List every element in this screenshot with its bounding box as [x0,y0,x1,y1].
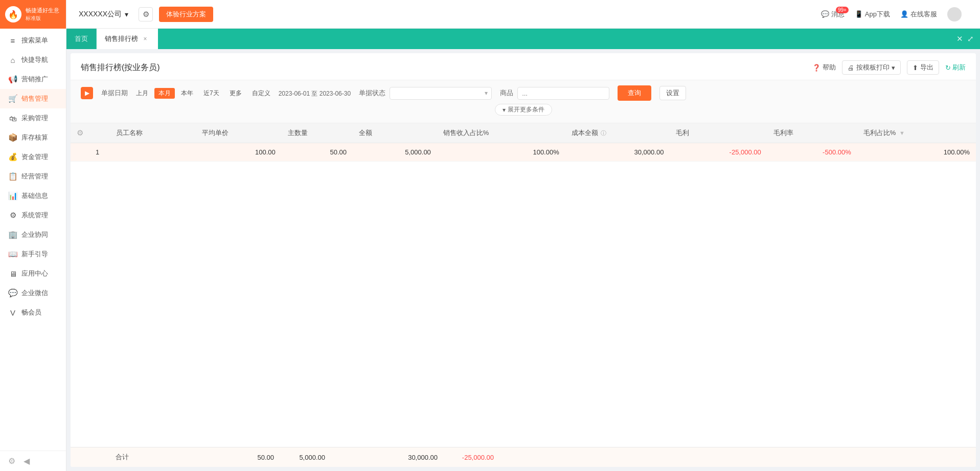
sidebar-item-shortcut[interactable]: ⌂ 快捷导航 [0,50,66,70]
sidebar-item-marketing[interactable]: 📢 营销推广 [0,70,66,89]
tab-sales-rank[interactable]: 销售排行榜 × [97,29,158,49]
help-button[interactable]: ❓ 帮助 [812,63,836,72]
tabbar-actions: ✕ ⤢ [950,29,980,49]
sidebar-item-label: 系统管理 [21,211,48,220]
date-tab-current-month[interactable]: 本月 [154,88,175,99]
sidebar-item-label: 企业微信 [21,288,48,298]
refresh-button[interactable]: ↻ 刷新 [945,63,966,72]
date-tab-current-year[interactable]: 本年 [177,88,197,99]
sidebar-item-operation[interactable]: 📋 经营管理 [0,167,66,186]
settings-button[interactable]: 设置 [659,86,686,100]
sidebar-item-enterprise[interactable]: 🏢 企业协同 [0,225,66,244]
sidebar-item-label: 经营管理 [21,172,48,181]
tab-sales-rank-label: 销售排行榜 [105,34,138,43]
online-service-label: 在线客服 [910,10,937,19]
try-solution-button[interactable]: 体验行业方案 [159,7,213,22]
chevron-down-icon: ▾ [125,10,128,18]
sidebar: 🔥 畅捷通好生意 标准版 ≡ 搜索菜单 ⌂ 快捷导航 📢 营销推广 🛒 销售管理… [0,0,66,471]
user-avatar[interactable] [947,7,962,21]
online-service-action[interactable]: 👤 在线客服 [900,10,937,19]
tab-home[interactable]: 首页 [66,29,97,49]
table-header-row: ⚙ 员工名称 平均单价 主数量 [71,123,976,143]
sidebar-item-finance[interactable]: 💰 资金管理 [0,147,66,167]
sidebar-item-search[interactable]: ≡ 搜索菜单 [0,31,66,50]
status-filter: 单据状态 [359,87,492,100]
col-amount: 全额 [353,123,437,143]
tabbar: 首页 销售排行榜 × ✕ ⤢ [66,29,980,49]
date-filter: 单据日期 上月 本月 本年 近7天 更多 自定义 2023-06-01 至 20… [101,88,351,99]
company-selector[interactable]: XXXXXX公司 ▾ [75,8,132,21]
sidebar-item-label: 搜索菜单 [21,36,48,45]
filter-toggle-button[interactable]: ▶ [81,87,93,99]
print-chevron-icon: ▾ [892,64,895,72]
date-range-display: 2023-06-01 至 2023-06-30 [279,89,351,98]
sidebar-item-inventory[interactable]: 📦 库存核算 [0,128,66,147]
footer-collapse-icon[interactable]: ◀ [24,456,30,466]
date-tab-last-month[interactable]: 上月 [132,88,152,99]
page-actions: ❓ 帮助 🖨 按模板打印 ▾ ⬆ 导出 ↻ 刷新 [812,60,966,75]
app-download-action[interactable]: 📱 App下载 [855,10,890,19]
sidebar-item-apps[interactable]: 🖥 应用中心 [0,264,66,283]
export-button[interactable]: ⬆ 导出 [907,60,939,75]
footer-qty: 50.00 [228,454,274,461]
cell-avg-price: 100.00 [196,143,282,162]
col-gross: 毛利 [670,123,767,143]
sidebar-item-basic[interactable]: 📊 基础信息 [0,186,66,206]
template-print-button[interactable]: 🖨 按模板打印 ▾ [842,60,901,75]
tab-close-window-icon[interactable]: ✕ [956,34,963,43]
cell-settings [71,143,89,162]
sidebar-item-label: 新手引导 [21,250,48,259]
filter-area: ▶ 单据日期 上月 本月 本年 近7天 更多 自定义 2023-06-01 至 … [71,80,976,123]
company-name: XXXXXX公司 [79,10,122,19]
data-table: ⚙ 员工名称 平均单价 主数量 [71,123,976,162]
sidebar-item-label: 采购管理 [21,114,48,123]
tabbar-spacer [158,29,950,49]
sidebar-item-sales[interactable]: 🛒 销售管理 [0,89,66,108]
col-cost: 成本全额 ⓘ [565,123,670,143]
sidebar-item-wechat[interactable]: 💬 企业微信 [0,283,66,303]
sidebar-item-system[interactable]: ⚙ 系统管理 [0,206,66,225]
footer-settings-icon[interactable]: ⚙ [8,456,15,466]
expand-conditions-button[interactable]: ▾ 展开更多条件 [495,104,552,116]
cost-info-icon[interactable]: ⓘ [601,130,606,136]
date-tab-custom[interactable]: 自定义 [248,88,275,99]
sidebar-item-label: 企业协同 [21,230,48,239]
message-icon: 💬 [821,10,829,18]
wechat-icon: 💬 [8,288,17,298]
refresh-icon: ↻ [945,64,951,72]
sidebar-item-guide[interactable]: 📖 新手引导 [0,244,66,264]
gross-pct-sort-icon[interactable]: ▼ [899,130,905,136]
expand-label: 展开更多条件 [508,105,544,114]
date-tabs: 上月 本月 本年 近7天 更多 自定义 [132,88,275,99]
sidebar-footer: ⚙ ◀ [0,451,66,471]
sidebar-item-label: 营销推广 [21,75,48,84]
footer-gross: -25,000.00 [438,454,494,461]
table-row: 1 100.00 50.00 5,000.00 100.00% 30,000.0… [71,143,976,162]
page-header: 销售排行榜(按业务员) ❓ 帮助 🖨 按模板打印 ▾ ⬆ 导出 [71,53,976,80]
content-area: 销售排行榜(按业务员) ❓ 帮助 🖨 按模板打印 ▾ ⬆ 导出 [66,49,980,471]
sidebar-item-member[interactable]: V 畅会员 [0,303,66,322]
sidebar-logo: 🔥 畅捷通好生意 标准版 [0,0,66,29]
topbar-gear-button[interactable]: ⚙ [139,7,153,21]
home-icon: ⌂ [8,56,17,64]
tab-home-label: 首页 [75,34,88,43]
goods-input[interactable] [517,87,609,100]
tab-maximize-icon[interactable]: ⤢ [967,34,974,43]
sidebar-item-label: 基础信息 [21,191,48,200]
col-employee: 员工名称 [110,123,196,143]
message-action[interactable]: 💬 消息 99+ [821,10,845,19]
footer-label: 合计 [116,453,177,462]
tab-close-icon[interactable]: × [141,35,149,43]
footer-cost: 30,000.00 [381,454,438,461]
guide-icon: 📖 [8,250,17,259]
date-tab-more[interactable]: 更多 [225,88,246,99]
member-icon: V [8,308,17,317]
cell-employee [110,143,196,162]
cell-gross-pct: 100.00% [857,143,976,162]
status-select[interactable] [390,87,492,100]
sidebar-item-purchase[interactable]: 🛍 采购管理 [0,108,66,128]
date-tab-7days[interactable]: 近7天 [199,88,223,99]
footer-amount: 5,000.00 [274,454,325,461]
column-settings-icon[interactable]: ⚙ [77,128,83,137]
query-button[interactable]: 查询 [618,85,651,101]
